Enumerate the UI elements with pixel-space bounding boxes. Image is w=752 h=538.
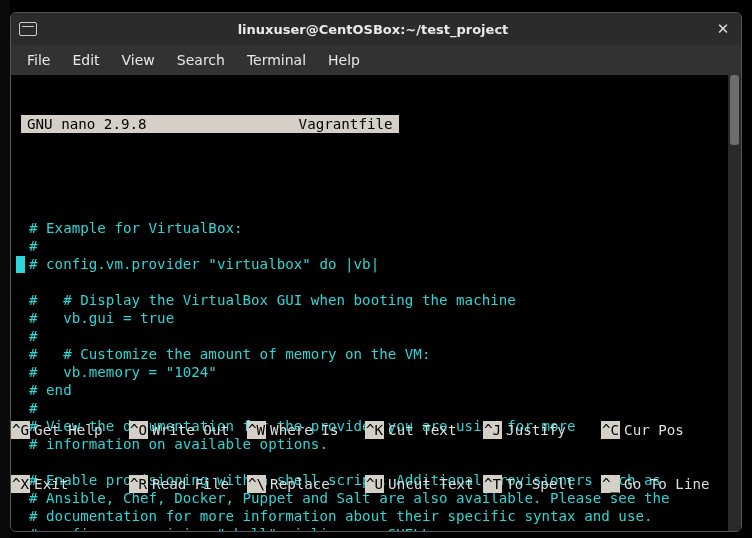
menu-help[interactable]: Help: [318, 48, 370, 72]
shortcut-key: ^R: [129, 475, 148, 493]
shortcut: ^OWrite Out: [129, 421, 247, 439]
menu-search[interactable]: Search: [167, 48, 235, 72]
shortcut-row-1: ^GGet Help^OWrite Out^WWhere Is^KCut Tex…: [11, 421, 741, 439]
menu-terminal[interactable]: Terminal: [237, 48, 316, 72]
shortcut-key: ^U: [365, 475, 384, 493]
editor-line: # config.vm.provider "virtualbox" do |vb…: [29, 255, 379, 273]
shortcut: ^WWhere Is: [247, 421, 365, 439]
nano-header: GNU nano 2.9.8 Vagrantfile: [11, 115, 741, 133]
menu-edit[interactable]: Edit: [62, 48, 109, 72]
shortcut-label: Go To Line: [620, 475, 711, 493]
shortcut: ^JJustify: [483, 421, 601, 439]
shortcut-label: Exit: [30, 475, 70, 493]
close-icon: ✕: [717, 20, 730, 38]
scrollbar[interactable]: [728, 75, 741, 531]
shortcut-key: ^_: [601, 475, 620, 493]
cursor-icon: [16, 256, 25, 273]
shortcut-key: ^C: [601, 421, 620, 439]
shortcut-key: ^W: [247, 421, 266, 439]
shortcut-label: Read File: [148, 475, 231, 493]
shortcut-key: ^J: [483, 421, 502, 439]
terminal-window: linuxuser@CentOSBox:~/test_project ✕ Fil…: [10, 12, 742, 532]
shortcut: ^RRead File: [129, 475, 247, 493]
editor-line: #: [29, 238, 38, 254]
editor-line: # vb.memory = "1024": [29, 364, 217, 380]
shortcut-row-2: ^XExit^RRead File^\Replace^UUncut Text^T…: [11, 475, 741, 493]
shortcut-key: ^O: [129, 421, 148, 439]
shortcut: ^\Replace: [247, 475, 365, 493]
background-strip: [0, 0, 10, 538]
editor-line: # # Customize the amount of memory on th…: [29, 346, 430, 362]
shortcut: ^TTo Spell: [483, 475, 601, 493]
shortcut-label: Write Out: [148, 421, 231, 439]
shortcut-label: Uncut Text: [384, 475, 475, 493]
menu-file[interactable]: File: [17, 48, 60, 72]
shortcut-label: To Spell: [502, 475, 576, 493]
shortcut-label: Cur Pos: [620, 421, 686, 439]
shortcut: ^KCut Text: [365, 421, 483, 439]
titlebar: linuxuser@CentOSBox:~/test_project ✕: [11, 13, 741, 45]
menubar: File Edit View Search Terminal Help: [11, 45, 741, 75]
scrollbar-thumb[interactable]: [730, 75, 739, 145]
terminal-area[interactable]: GNU nano 2.9.8 Vagrantfile # Example for…: [11, 75, 741, 531]
shortcut: ^XExit: [11, 475, 129, 493]
editor-line: # vb.gui = true: [29, 310, 174, 326]
shortcut-label: Justify: [502, 421, 568, 439]
close-button[interactable]: ✕: [709, 15, 737, 43]
shortcut: ^CCur Pos: [601, 421, 719, 439]
nano-filename: Vagrantfile: [293, 115, 399, 133]
menu-view[interactable]: View: [112, 48, 165, 72]
shortcut-key: ^G: [11, 421, 30, 439]
shortcut-label: Get Help: [30, 421, 104, 439]
shortcut: ^_Go To Line: [601, 475, 719, 493]
editor-line: # Example for VirtualBox:: [29, 220, 243, 236]
shortcut-key: ^K: [365, 421, 384, 439]
editor-line: # # Display the VirtualBox GUI when boot…: [29, 292, 516, 308]
shortcut: ^UUncut Text: [365, 475, 483, 493]
shortcut-key: ^T: [483, 475, 502, 493]
nano-app-name: GNU nano 2.9.8: [21, 115, 153, 133]
window-title: linuxuser@CentOSBox:~/test_project: [37, 22, 709, 37]
shortcut: ^GGet Help: [11, 421, 129, 439]
editor-line: #: [29, 328, 38, 344]
shortcut-label: Cut Text: [384, 421, 458, 439]
terminal-app-icon: [19, 22, 37, 36]
shortcut-key: ^X: [11, 475, 30, 493]
shortcut-label: Where Is: [266, 421, 340, 439]
nano-shortcuts: ^GGet Help^OWrite Out^WWhere Is^KCut Tex…: [11, 385, 741, 529]
shortcut-key: ^\: [247, 475, 266, 493]
shortcut-label: Replace: [266, 475, 332, 493]
